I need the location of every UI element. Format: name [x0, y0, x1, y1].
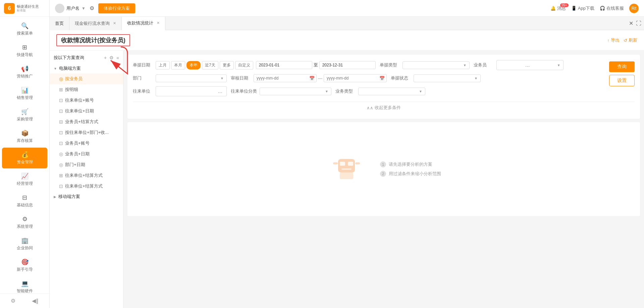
sidebar-item-purchase[interactable]: 🛒 采购管理 [2, 105, 47, 125]
review-date-group: 📅 — 📅 [254, 74, 387, 82]
page-title: 收款情况统计(按业务员) [61, 37, 125, 44]
scheme-group-desktop: ▼ 电脑端方案 ◎ 按业务员 ⊞ 按明细 ⊡ 往来单位+账号 [50, 63, 123, 192]
scheme-settings-icon[interactable]: ⚙ [109, 55, 114, 60]
date-btn-this-year[interactable]: 本年 [186, 61, 201, 69]
date-btn-more[interactable]: 更多 [220, 61, 234, 69]
scheme-item-partner-settlement2[interactable]: ⊡ 往来单位+结算方式 [50, 181, 123, 192]
mobile-group-header[interactable]: ▶ 移动端方案 [50, 192, 123, 202]
query-btn[interactable]: 查询 [609, 61, 635, 72]
sidebar-nav: 🔍 搜索菜单 ⊞ 快捷导航 📢 营销推广 📊 销售管理 🛒 采购管理 📦 [0, 17, 49, 293]
partner-more-icon[interactable]: ... [218, 88, 222, 94]
date-from-input[interactable] [256, 61, 312, 69]
review-date-label: 审核日期 [231, 75, 251, 81]
empty-state: 1 请先选择要分析的方案 2 用过滤条件来缩小分析范围 [127, 122, 640, 216]
username-label: 用户名 [66, 5, 79, 11]
sidebar-item-guide[interactable]: 🎯 新手引导 [2, 255, 47, 276]
date-to-input[interactable] [319, 61, 376, 69]
desktop-group-header[interactable]: ▼ 电脑端方案 [50, 63, 123, 73]
maximize-icon[interactable]: ⛶ [636, 20, 641, 27]
mobile-group-arrow-icon: ▶ [54, 195, 56, 199]
app-download-btn[interactable]: 📱 App下载 [571, 5, 594, 11]
scheme-item-by-salesperson[interactable]: ◎ 按业务员 [50, 73, 123, 84]
sidebar-item-enterprise[interactable]: 🏢 企业协同 [2, 234, 47, 254]
sidebar-item-quick-nav[interactable]: ⊞ 快捷导航 [2, 40, 47, 61]
scheme-item-salesperson-date[interactable]: ◎ 业务员+日期 [50, 149, 123, 159]
box-icon: 📦 [21, 130, 29, 137]
sidebar-item-inventory[interactable]: 📦 库存核算 [2, 126, 47, 147]
sidebar-item-marketing[interactable]: 📢 营销推广 [2, 62, 47, 83]
export-icon: ↑ [607, 38, 610, 43]
sidebar-item-smart-hw[interactable]: 💻 智能硬件 [2, 276, 47, 293]
add-scheme-icon[interactable]: + [104, 55, 107, 60]
info-icon: ⊟ [22, 194, 27, 201]
date-btn-7days[interactable]: 近7天 [202, 61, 218, 69]
date-btn-last-month[interactable]: 上月 [156, 61, 170, 69]
collapse-panel-icon[interactable]: « [116, 55, 119, 60]
filter-row-2: 部门 ▼ 审核日期 [133, 74, 605, 82]
tab-collection-stats[interactable]: 收款情况统计 ✕ [122, 17, 165, 30]
scheme-icon-partner-dept: ⊡ [59, 130, 63, 135]
biz-type-caret-icon: ▼ [419, 90, 422, 93]
settings-icon[interactable]: ⚙ [90, 5, 94, 11]
scheme-item-partner-date[interactable]: ⊡ 往来单位+日期 [50, 106, 123, 116]
date-btn-this-month[interactable]: 本月 [171, 61, 185, 69]
megaphone-icon: 📢 [21, 65, 29, 72]
header-user[interactable]: 用户名 ▼ [55, 4, 86, 13]
sidebar-item-system[interactable]: ⚙ 系统管理 [2, 212, 47, 233]
review-date-to-input[interactable] [324, 74, 387, 82]
doc-type-label: 单据类型 [380, 62, 400, 68]
date-quick-group: 上月 本月 本年 近7天 更多 自定义 至 [156, 61, 376, 69]
sidebar-item-business[interactable]: 📈 经营管理 [2, 169, 47, 190]
collapse-sidebar-icon[interactable]: ◀‖ [31, 296, 40, 305]
review-date-from-input[interactable] [254, 74, 317, 82]
salesperson-select[interactable]: ... ▼ [496, 60, 564, 70]
doc-type-select[interactable]: ▼ [402, 61, 470, 69]
scheme-item-salesperson-account[interactable]: ⊡ 业务员+账号 [50, 138, 123, 149]
salesperson-label: 业务员 [474, 62, 494, 68]
settings-bottom-icon[interactable]: ⚙ [9, 296, 17, 305]
date-btn-custom[interactable]: 自定义 [235, 61, 253, 69]
export-btn[interactable]: ↑ 导出 [607, 37, 620, 43]
collapse-bar[interactable]: ∧∧ 收起更多条件 [133, 102, 635, 113]
scheme-item-partner-account[interactable]: ⊡ 往来单位+账号 [50, 95, 123, 106]
sidebar-item-finance[interactable]: 💰 资金管理 [2, 148, 47, 168]
biz-type-select[interactable]: ▼ [358, 88, 425, 95]
svg-rect-3 [341, 168, 352, 170]
calendar-from-icon: 📅 [309, 76, 315, 81]
filter-rows: 单据日期 上月 本月 本年 近7天 更多 自定义 [133, 60, 605, 100]
doc-status-label: 单据状态 [391, 75, 411, 81]
salesperson-more-icon[interactable]: ... [525, 62, 530, 68]
user-avatar-header[interactable]: Rit [629, 4, 639, 13]
partner-category-select[interactable]: ▼ [260, 88, 331, 95]
filter-btn-group: 查询 设置 [609, 60, 635, 100]
trending-icon: 📈 [21, 172, 29, 180]
close-tab-bank-flow-icon[interactable]: ✕ [113, 21, 116, 25]
scheme-item-partner-dept-collection[interactable]: ⊡ 按往来单位+部门+收... [50, 127, 123, 138]
scheme-item-by-detail[interactable]: ⊞ 按明细 [50, 84, 123, 95]
sidebar-footer: ⚙ ◀‖ [0, 293, 49, 308]
sidebar-item-search[interactable]: 🔍 搜索菜单 [2, 19, 47, 40]
doc-type-caret-icon: ▼ [463, 63, 467, 67]
close-all-tabs-icon[interactable]: ✕ [629, 20, 633, 27]
scheme-item-salesperson-settlement[interactable]: ⊟ 业务员+结算方式 [50, 116, 123, 127]
sidebar-item-sales[interactable]: 📊 销售管理 [2, 83, 47, 104]
notification-btn[interactable]: 🔔 消息 99+ [550, 5, 566, 11]
tab-bank-flow[interactable]: 现金银行流水查询 ✕ [69, 17, 122, 30]
close-tab-collection-stats-icon[interactable]: ✕ [157, 21, 160, 25]
panel-header-icons: + ⚙ « [104, 55, 119, 60]
tab-home[interactable]: 首页 [50, 17, 69, 30]
panel-header: 按以下方案查询 + ⚙ « [50, 55, 123, 63]
svg-rect-5 [355, 162, 360, 164]
partner-select[interactable]: ... [156, 86, 227, 96]
sidebar-item-base-info[interactable]: ⊟ 基础信息 [2, 191, 47, 211]
settings-btn[interactable]: 设置 [609, 75, 635, 86]
dept-select[interactable]: ▼ [156, 74, 227, 82]
doc-status-select[interactable]: ▼ [414, 74, 481, 82]
scheme-icon-detail: ⊞ [59, 87, 63, 92]
refresh-btn[interactable]: ↺ 刷新 [624, 37, 637, 43]
online-service-btn[interactable]: 🎧 在线客服 [600, 5, 624, 11]
trial-btn[interactable]: 体验行业方案 [98, 3, 135, 13]
header-actions: ↑ 导出 ↺ 刷新 [607, 37, 638, 43]
scheme-item-partner-settlement1[interactable]: ⊞ 往来单位+结算方式 [50, 170, 123, 181]
scheme-item-dept-date[interactable]: ◎ 部门+日期 [50, 159, 123, 170]
